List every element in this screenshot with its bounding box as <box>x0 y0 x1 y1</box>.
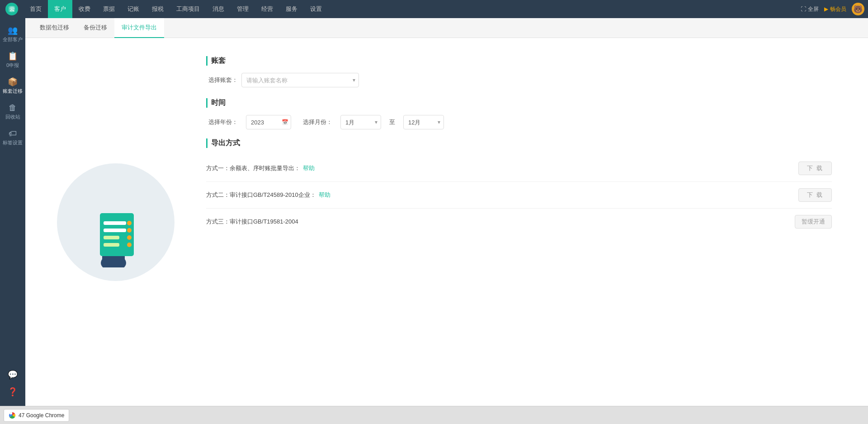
sidebar: 👥 全部客户 📋 0申报 📦 账套迁移 🗑 回收站 🏷 标签设置 💬 ❓ <box>0 18 25 406</box>
export-section-title: 导出方式 <box>206 138 832 148</box>
year-input-wrapper: 2023 <box>246 115 291 129</box>
export-method-3-label: 方式三：审计接口GB/T19581-2004 <box>206 218 298 226</box>
account-form-row: 选择账套： 请输入账套名称 <box>206 73 832 87</box>
account-migrate-icon: 📦 <box>8 78 18 86</box>
taskbar-chrome-label: 47 Google Chrome <box>19 412 64 419</box>
account-select[interactable]: 请输入账套名称 <box>241 73 359 87</box>
export-method-3-soon-btn[interactable]: 暂缓开通 <box>795 215 832 229</box>
help-icon: ❓ <box>8 388 18 396</box>
sidebar-item-label: 0申报 <box>6 62 19 69</box>
export-method-3-left: 方式三：审计接口GB/T19581-2004 <box>206 218 298 226</box>
nav-business[interactable]: 工商项目 <box>170 0 206 18</box>
time-section-title: 时间 <box>206 98 832 108</box>
svg-rect-11 <box>104 236 119 239</box>
zero-declare-icon: 📋 <box>8 52 18 60</box>
nav-items: 首页 客户 收费 票据 记账 报税 工商项目 消息 管理 经营 服务 设置 <box>24 0 801 18</box>
vip-icon: ▶ <box>824 6 828 12</box>
export-method-1: 方式一：余额表、序时账批量导出： 帮助 下 载 <box>206 155 832 182</box>
nav-bookkeeping[interactable]: 记账 <box>121 0 146 18</box>
year-input[interactable]: 2023 <box>246 115 291 129</box>
illustration-area <box>43 52 188 392</box>
chrome-icon <box>9 412 16 419</box>
recycle-icon: 🗑 <box>9 104 17 112</box>
svg-point-14 <box>127 228 132 233</box>
export-method-3: 方式三：审计接口GB/T19581-2004 暂缓开通 <box>206 209 832 235</box>
month-label: 选择月份： <box>303 118 332 126</box>
sidebar-item-label: 账套迁移 <box>3 88 23 95</box>
sidebar-item-all-customers[interactable]: 👥 全部客户 <box>0 22 25 48</box>
fullscreen-icon: ⛶ <box>801 6 806 12</box>
sidebar-item-recycle[interactable]: 🗑 回收站 <box>0 99 25 125</box>
nav-message[interactable]: 消息 <box>206 0 231 18</box>
avatar[interactable]: 🐻 <box>852 3 864 15</box>
export-method-1-help[interactable]: 帮助 <box>303 164 315 172</box>
sidebar-item-chat[interactable]: 💬 <box>0 366 25 383</box>
vip-button[interactable]: ▶ 畅会员 <box>824 5 846 13</box>
export-section: 导出方式 方式一：余额表、序时账批量导出： 帮助 下 载 方式二：审计接口GB/… <box>206 138 832 235</box>
main-layout: 👥 全部客户 📋 0申报 📦 账套迁移 🗑 回收站 🏷 标签设置 💬 ❓ <box>0 18 868 406</box>
nav-tax[interactable]: 报税 <box>146 0 170 18</box>
sidebar-item-zero-declare[interactable]: 📋 0申报 <box>0 48 25 73</box>
nav-billing[interactable]: 收费 <box>72 0 97 18</box>
fullscreen-label: 全屏 <box>808 5 819 13</box>
tab-bar: 数据包迁移 备份迁移 审计文件导出 <box>25 18 868 38</box>
sidebar-item-tag-settings[interactable]: 🏷 标签设置 <box>0 125 25 151</box>
svg-point-16 <box>127 243 132 247</box>
sidebar-item-help[interactable]: ❓ <box>0 383 25 400</box>
illustration-circle <box>57 163 175 281</box>
time-form-row: 选择年份： 2023 选择月份： 1月2月3月 4月5月6月 7月8月9月 10… <box>206 115 832 129</box>
export-method-2-left: 方式二：审计接口GB/T24589-2010企业： 帮助 <box>206 191 330 199</box>
sidebar-item-account-migrate[interactable]: 📦 账套迁移 <box>0 73 25 99</box>
sidebar-item-label: 回收站 <box>5 114 20 120</box>
account-select-wrapper: 请输入账套名称 <box>241 73 359 87</box>
nav-manage[interactable]: 管理 <box>231 0 255 18</box>
svg-rect-10 <box>104 229 126 232</box>
svg-rect-9 <box>104 221 126 225</box>
nav-operation[interactable]: 经营 <box>255 0 279 18</box>
tag-settings-icon: 🏷 <box>9 129 17 138</box>
export-method-2-label: 方式二：审计接口GB/T24589-2010企业： <box>206 191 316 199</box>
top-nav-right: ⛶ 全屏 ▶ 畅会员 🐻 <box>801 3 864 15</box>
month-end-wrapper: 1月2月3月 4月5月6月 7月8月9月 10月11月12月 <box>403 115 444 129</box>
sidebar-bottom: 💬 ❓ <box>0 366 25 406</box>
to-text: 至 <box>389 118 395 126</box>
export-method-2-download-btn[interactable]: 下 载 <box>798 188 832 202</box>
nav-customer[interactable]: 客户 <box>48 0 72 18</box>
month-end-select[interactable]: 1月2月3月 4月5月6月 7月8月9月 10月11月12月 <box>403 115 444 129</box>
tab-backup-migrate[interactable]: 备份迁移 <box>76 18 114 38</box>
month-start-wrapper: 1月2月3月 4月5月6月 7月8月9月 10月11月12月 <box>340 115 381 129</box>
tab-data-migrate[interactable]: 数据包迁移 <box>33 18 76 38</box>
month-start-select[interactable]: 1月2月3月 4月5月6月 7月8月9月 10月11月12月 <box>340 115 381 129</box>
logo[interactable]: 云 <box>4 1 20 17</box>
page-body: 账套 选择账套： 请输入账套名称 时间 选择年份： 2023 <box>25 38 868 406</box>
vip-label: 畅会员 <box>830 5 846 13</box>
export-method-1-label: 方式一：余额表、序时账批量导出： <box>206 164 300 172</box>
svg-rect-12 <box>104 243 119 247</box>
nav-home[interactable]: 首页 <box>24 0 48 18</box>
nav-service[interactable]: 服务 <box>279 0 304 18</box>
svg-rect-8 <box>100 213 134 256</box>
content-area: 数据包迁移 备份迁移 审计文件导出 <box>25 18 868 406</box>
sidebar-item-label: 全部客户 <box>3 36 23 43</box>
account-section-title: 账套 <box>206 56 832 66</box>
export-method-2: 方式二：审计接口GB/T24589-2010企业： 帮助 下 载 <box>206 182 832 209</box>
svg-text:云: 云 <box>9 6 14 12</box>
svg-point-15 <box>127 235 132 240</box>
form-area: 账套 选择账套： 请输入账套名称 时间 选择年份： 2023 <box>188 52 850 392</box>
nav-settings[interactable]: 设置 <box>304 0 328 18</box>
export-method-1-download-btn[interactable]: 下 载 <box>798 162 832 175</box>
sidebar-item-label: 标签设置 <box>3 139 23 146</box>
taskbar: 47 Google Chrome <box>0 406 868 424</box>
svg-point-13 <box>127 221 132 225</box>
chat-icon: 💬 <box>8 371 18 379</box>
fullscreen-button[interactable]: ⛶ 全屏 <box>801 5 819 13</box>
export-method-1-left: 方式一：余额表、序时账批量导出： 帮助 <box>206 164 315 172</box>
all-customers-icon: 👥 <box>8 26 18 34</box>
illustration-svg <box>75 177 156 267</box>
tab-audit-export[interactable]: 审计文件导出 <box>114 18 164 38</box>
export-method-2-help[interactable]: 帮助 <box>319 191 330 199</box>
top-nav: 云 首页 客户 收费 票据 记账 报税 工商项目 消息 管理 经营 服务 设置 … <box>0 0 868 18</box>
nav-invoice[interactable]: 票据 <box>97 0 121 18</box>
taskbar-chrome[interactable]: 47 Google Chrome <box>4 409 69 422</box>
year-label: 选择年份： <box>206 118 238 126</box>
